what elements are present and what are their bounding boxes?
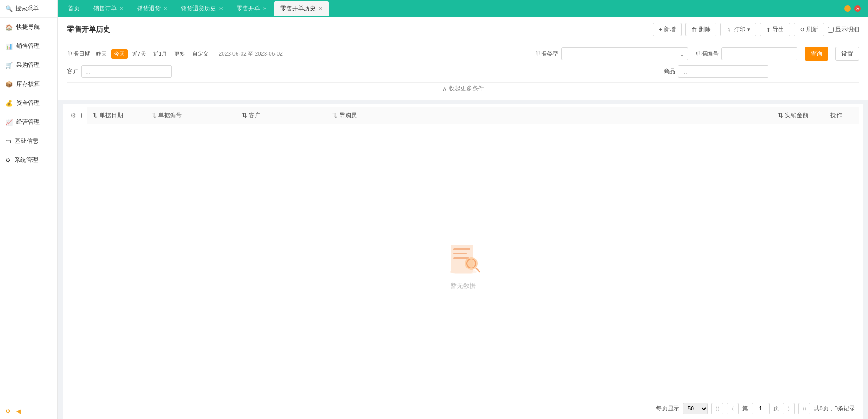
sidebar-item-quick-nav[interactable]: 🏠 快捷导航	[0, 18, 57, 37]
toolbar: + 新增 🗑 删除 🖨 打印 ▾ ⬆ 导出	[653, 23, 859, 36]
sidebar: 🔍 搜索采单 🏠 快捷导航 📊 销售管理 🛒 采购管理 📦 库存核算 💰 资金管…	[0, 0, 58, 419]
sidebar-item-system[interactable]: ⚙ 系统管理	[0, 151, 57, 169]
main-area: 首页 销售订单 ✕ 销货退货 ✕ 销货退货历史 ✕ 零售开单 ✕ 零售开单历史 …	[58, 0, 868, 419]
close-btn[interactable]: ✕	[854, 5, 861, 12]
sidebar-item-basic-info[interactable]: 🗃 基础信息	[0, 132, 57, 151]
sidebar-collapse-btn[interactable]: ◀	[16, 408, 21, 414]
doc-no-input[interactable]	[721, 47, 797, 60]
delete-icon: 🗑	[691, 26, 697, 33]
shortcut-1month[interactable]: 近1月	[151, 49, 170, 59]
product-select-btn[interactable]: ...	[678, 65, 768, 78]
delete-button[interactable]: 🗑 删除	[685, 23, 716, 36]
tab-sales-order-close[interactable]: ✕	[119, 6, 123, 12]
prev-page-btn[interactable]: ⟨	[727, 403, 739, 414]
col-no[interactable]: ⇅ 单据编号	[146, 107, 237, 124]
shortcut-custom[interactable]: 自定义	[190, 49, 211, 59]
date-filter-label: 单据日期	[67, 50, 90, 58]
sidebar-item-inventory[interactable]: 📦 库存核算	[0, 75, 57, 94]
col-customer[interactable]: ⇅ 客户	[237, 107, 327, 124]
export-button[interactable]: ⬆ 导出	[760, 23, 790, 36]
data-table: ⇅ 单据日期 ⇅ 单据编号 ⇅ 客户 ⇅ 导购员	[87, 107, 859, 124]
tab-home[interactable]: 首页	[62, 2, 86, 15]
page-input[interactable]	[752, 403, 770, 414]
window-controls: — ✕	[844, 5, 864, 12]
table-header-row: ⚙	[63, 104, 863, 127]
sidebar-settings-btn[interactable]: ⚙	[5, 408, 11, 414]
export-icon: ⬆	[766, 26, 771, 33]
show-detail-input[interactable]	[828, 27, 834, 33]
show-detail-checkbox[interactable]: 显示明细	[828, 25, 859, 33]
sidebar-item-label: 销售管理	[16, 42, 40, 50]
customer-select-btn[interactable]: ...	[81, 65, 172, 78]
empty-state: 暂无数据	[63, 127, 863, 398]
tab-retail-history-close[interactable]: ✕	[318, 6, 323, 12]
sidebar-item-sales-mgmt[interactable]: 📊 销售管理	[0, 37, 57, 56]
last-page-btn[interactable]: ⟩⟩	[798, 403, 810, 414]
doc-no-filter-field: 单据编号	[695, 47, 797, 60]
tab-sales-return-history-close[interactable]: ✕	[219, 6, 223, 12]
collapse-btn[interactable]: ∧ 收起更多条件	[442, 85, 484, 93]
tab-sales-order[interactable]: 销售订单 ✕	[87, 1, 130, 16]
print-arrow: ▾	[747, 26, 750, 33]
sales-icon: 📊	[5, 43, 13, 50]
tab-sales-return[interactable]: 销货退货 ✕	[131, 1, 174, 16]
tab-retail-history[interactable]: 零售开单历史 ✕	[274, 1, 329, 16]
col-amount[interactable]: ⇅ 实销金额	[395, 107, 814, 124]
svg-rect-3	[453, 253, 467, 254]
page-size-select[interactable]: 50 10 20 100	[683, 403, 708, 414]
shortcut-yesterday[interactable]: 昨天	[93, 49, 109, 59]
sidebar-item-label: 资金管理	[16, 99, 40, 107]
sidebar-search[interactable]: 🔍 搜索采单	[0, 0, 57, 18]
select-all-checkbox[interactable]	[81, 113, 87, 118]
empty-icon	[441, 235, 486, 282]
add-button[interactable]: + 新增	[653, 23, 682, 36]
sidebar-item-operations[interactable]: 📈 经营管理	[0, 113, 57, 132]
tab-retail-open-close[interactable]: ✕	[263, 6, 267, 12]
filter-area: 单据日期 昨天 今天 近7天 近1月 更多 自定义 2023-06-02 至 2…	[67, 42, 859, 100]
content-area: 零售开单历史 + 新增 🗑 删除 🖨 打印 ▾	[58, 17, 868, 419]
page-header: 零售开单历史 + 新增 🗑 删除 🖨 打印 ▾	[58, 17, 868, 100]
home-icon: 🏠	[5, 24, 13, 31]
finance-icon: 💰	[5, 100, 13, 107]
doc-type-select[interactable]	[561, 47, 688, 60]
table-container: ⚙	[63, 104, 863, 398]
empty-text: 暂无数据	[451, 282, 476, 290]
shortcut-today[interactable]: 今天	[111, 49, 128, 59]
next-page-btn[interactable]: ⟩	[783, 403, 795, 414]
delete-label: 删除	[699, 25, 711, 33]
content-body: ⚙	[58, 100, 868, 419]
tab-retail-open[interactable]: 零售开单 ✕	[230, 1, 273, 16]
collapse-row: ∧ 收起更多条件	[67, 82, 859, 94]
sidebar-item-purchase-mgmt[interactable]: 🛒 采购管理	[0, 56, 57, 75]
show-detail-label: 显示明细	[835, 25, 859, 33]
col-date[interactable]: ⇅ 单据日期	[87, 107, 146, 124]
first-page-btn[interactable]: ⟨⟨	[711, 403, 723, 414]
settings-label: 设置	[841, 50, 853, 58]
date-range-display: 2023-06-02 至 2023-06-02	[218, 50, 282, 58]
sidebar-item-label: 基础信息	[15, 137, 38, 145]
shortcut-more[interactable]: 更多	[171, 49, 188, 59]
shortcut-7days[interactable]: 近7天	[129, 49, 149, 59]
doc-type-label: 单据类型	[535, 50, 559, 58]
print-icon: 🖨	[726, 26, 732, 33]
col-action-label: 操作	[830, 112, 842, 118]
tab-sales-return-close[interactable]: ✕	[163, 6, 167, 12]
query-button[interactable]: 查询	[805, 47, 828, 61]
search-icon: 🔍	[5, 5, 13, 12]
purchase-icon: 🛒	[5, 62, 13, 69]
sidebar-item-label: 快捷导航	[16, 23, 40, 31]
sidebar-search-label: 搜索采单	[15, 5, 39, 13]
settings-button[interactable]: 设置	[835, 47, 859, 61]
inventory-icon: 📦	[5, 81, 13, 88]
tabs-bar: 首页 销售订单 ✕ 销货退货 ✕ 销货退货历史 ✕ 零售开单 ✕ 零售开单历史 …	[58, 0, 868, 17]
tab-sales-return-history[interactable]: 销货退货历史 ✕	[175, 1, 229, 16]
print-button[interactable]: 🖨 打印 ▾	[720, 23, 756, 36]
col-salesperson[interactable]: ⇅ 导购员	[327, 107, 395, 124]
sidebar-item-finance[interactable]: 💰 资金管理	[0, 94, 57, 113]
minimize-btn[interactable]: —	[844, 5, 851, 12]
tab-sales-order-label: 销售订单	[93, 5, 117, 13]
col-date-label: ⇅ 单据日期	[93, 112, 123, 118]
col-action: 操作	[814, 107, 859, 124]
table-settings-btn[interactable]: ⚙	[67, 109, 80, 122]
refresh-button[interactable]: ↻ 刷新	[794, 23, 824, 36]
